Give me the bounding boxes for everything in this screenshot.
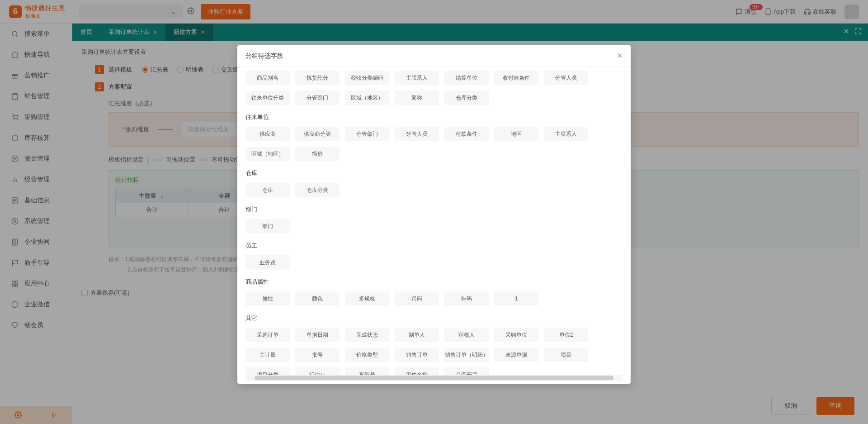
field-group-title: 员工 [245, 242, 623, 250]
field-chip[interactable]: 地区 [494, 127, 538, 141]
field-group-title: 往来单位 [245, 113, 623, 121]
field-chip[interactable]: 分管部门 [295, 91, 340, 105]
field-chip[interactable]: 单位2 [544, 328, 588, 342]
field-chip[interactable]: 颜色 [295, 291, 340, 306]
field-chip[interactable]: 项目分类 [245, 367, 290, 375]
field-chip[interactable]: 销售订单 [395, 348, 439, 362]
field-chip[interactable]: 主联系人 [395, 71, 439, 85]
field-chip[interactable]: 1 [494, 291, 538, 306]
modal-title: 分组待选字段 [245, 52, 283, 60]
field-chip[interactable]: 分管部门 [345, 127, 389, 141]
field-group-title: 商品属性 [245, 278, 623, 286]
field-group-title: 其它 [245, 314, 623, 322]
field-chip[interactable]: 是否开票 [444, 367, 489, 375]
field-chip[interactable]: 来源单据 [494, 348, 538, 362]
field-chip[interactable]: 区域（地区） [245, 147, 290, 161]
field-chip[interactable]: 仓库分类 [444, 91, 489, 105]
field-chip[interactable]: 单据日期 [295, 328, 340, 342]
field-chip[interactable]: 供应商分类 [295, 127, 340, 141]
field-chip[interactable]: 完成状态 [345, 328, 389, 342]
field-chip[interactable]: 批号 [295, 348, 340, 362]
field-chip[interactable]: 业务员 [245, 255, 290, 270]
field-chip[interactable]: 拣货积分 [295, 71, 340, 85]
modal-body[interactable]: 商品别名拣货积分税收分类编码主联系人结算单位收付款条件分管人员往来单位分类分管部… [237, 67, 631, 375]
field-chip[interactable]: 商品别名 [245, 71, 290, 85]
field-picker-modal: 分组待选字段 ✕ 商品别名拣货积分税收分类编码主联系人结算单位收付款条件分管人员… [237, 45, 631, 384]
field-chip[interactable]: 零件名称 [395, 367, 439, 375]
field-chip[interactable]: 税收分类编码 [345, 71, 389, 85]
field-chip[interactable]: 部门 [245, 219, 290, 233]
field-chip[interactable]: 简称 [295, 147, 340, 161]
field-chip[interactable]: 区域（地区） [345, 91, 389, 105]
field-chip[interactable]: 收付款条件 [494, 71, 538, 85]
field-chip[interactable]: 销售订单（明细） [444, 348, 489, 362]
field-chip[interactable]: 简称 [395, 91, 439, 105]
field-chip[interactable]: 结算单位 [444, 71, 489, 85]
field-chip[interactable]: 车架号 [345, 367, 389, 375]
modal-horizontal-scrollbar[interactable] [245, 375, 623, 381]
field-chip[interactable]: 主计量 [245, 348, 290, 362]
field-chip[interactable]: 供应商 [245, 127, 290, 141]
field-chip[interactable]: 鞋码 [444, 291, 489, 306]
field-group-title: 仓库 [245, 169, 623, 177]
field-chip[interactable]: 行中止 [295, 367, 340, 375]
field-chip[interactable]: 采购单位 [494, 328, 538, 342]
field-chip[interactable]: 审核人 [444, 328, 489, 342]
field-chip[interactable]: 价格类型 [345, 348, 389, 362]
field-chip[interactable]: 主联系人 [544, 127, 588, 141]
field-group-title: 部门 [245, 205, 623, 214]
field-chip[interactable]: 付款条件 [444, 127, 489, 141]
field-chip[interactable]: 分管人员 [544, 71, 588, 85]
field-chip[interactable]: 仓库 [245, 183, 290, 197]
field-chip[interactable]: 仓库分类 [295, 183, 340, 197]
field-chip[interactable]: 往来单位分类 [245, 91, 290, 105]
field-chip[interactable]: 制单人 [395, 328, 439, 342]
field-chip[interactable]: 分管人员 [395, 127, 439, 141]
field-chip[interactable]: 多规格 [345, 291, 389, 306]
field-chip[interactable]: 尺码 [395, 291, 439, 306]
field-chip[interactable]: 项目 [544, 348, 588, 362]
field-chip[interactable]: 采购订单 [245, 328, 290, 342]
field-chip[interactable]: 属性 [245, 291, 290, 306]
modal-close-button[interactable]: ✕ [617, 52, 623, 60]
